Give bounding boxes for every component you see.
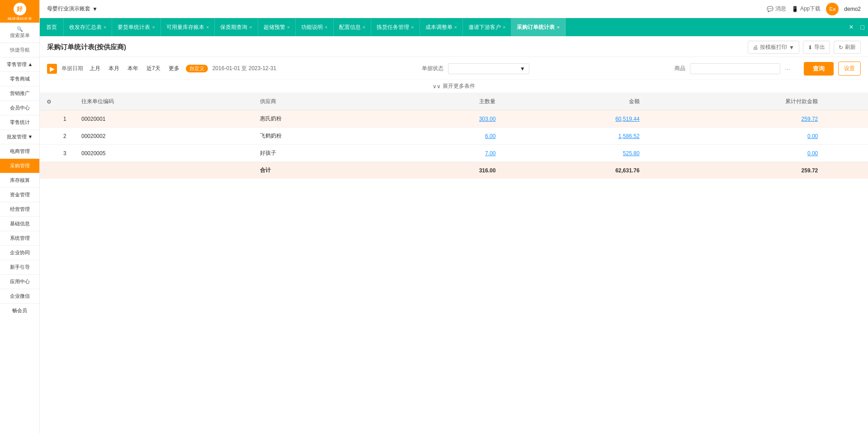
col-paid-header: 累计付款金额 xyxy=(645,93,824,110)
expand-filter-btn[interactable]: ∨∨ 展开更多条件 xyxy=(433,82,475,90)
row-amount[interactable]: 60,519.44 xyxy=(501,110,645,128)
table-row[interactable]: 2 00020002 飞鹤奶粉 6.00 1,586.52 0.00 xyxy=(40,128,868,145)
tab-expiry-query[interactable]: 保质期查询 × xyxy=(215,18,258,36)
tab-close-icon[interactable]: × xyxy=(363,24,365,30)
row-supplier: 好孩子 xyxy=(255,145,388,162)
goods-input[interactable] xyxy=(690,63,780,74)
this-month-btn[interactable]: 本月 xyxy=(107,64,121,73)
sidebar-item-marketing[interactable]: 营销推广 xyxy=(0,86,39,101)
sidebar-item-inventory-check[interactable]: 库存核算 xyxy=(0,173,39,188)
row-amount[interactable]: 1,586.52 xyxy=(501,128,645,145)
row-code[interactable]: 00020005 xyxy=(76,145,255,162)
row-supplier: 惠氏奶粉 xyxy=(255,110,388,128)
sidebar-item-retail-mgmt[interactable]: 零售管理 ▲ xyxy=(0,57,39,72)
row-amount[interactable]: 525.80 xyxy=(501,145,645,162)
this-year-btn[interactable]: 本年 xyxy=(126,64,140,73)
row-code[interactable]: 00020001 xyxy=(76,110,255,128)
tab-close-icon[interactable]: × xyxy=(152,24,155,30)
row-qty[interactable]: 6.00 xyxy=(388,128,501,145)
tab-close-icon[interactable]: × xyxy=(287,24,290,30)
more-dates-btn[interactable]: 更多 xyxy=(167,64,181,73)
tab-goods-stats[interactable]: 要货单统计表 × xyxy=(112,18,160,36)
store-selector[interactable]: 母婴行业演示账套 ▼ xyxy=(47,5,98,13)
refresh-btn[interactable]: ↻ 刷新 xyxy=(834,41,861,54)
user-name[interactable]: demo2 xyxy=(844,6,861,12)
tab-config-info[interactable]: 配置信息 × xyxy=(334,18,371,36)
tab-close-icon[interactable]: × xyxy=(454,24,457,30)
status-dropdown-icon: ▼ xyxy=(520,66,525,72)
tab-cost-adjust[interactable]: 成本调整单 × xyxy=(420,18,463,36)
print-btn[interactable]: 🖨 按模板打印 ▼ xyxy=(748,41,799,54)
app-logo: 好 畅捷通好生意 xyxy=(0,0,39,23)
sidebar-quick-nav[interactable]: 快捷导航 xyxy=(0,43,39,57)
messages-btn[interactable]: 💬 消息 xyxy=(767,5,786,13)
page-title-bar: 采购订单统计表(按供应商) 🖨 按模板打印 ▼ ⬇ 导出 ↻ 刷新 xyxy=(40,36,868,57)
sidebar-item-retail-shop[interactable]: 零售商城 xyxy=(0,72,39,86)
col-qty-header: 主数量 xyxy=(388,93,501,110)
expand-icon: ∨∨ xyxy=(433,83,441,90)
tab-invite-downstream[interactable]: 邀请下游客户 × xyxy=(463,18,511,36)
table-row[interactable]: 1 00020001 惠氏奶粉 303.00 60,519.44 259.72 xyxy=(40,110,868,128)
sidebar-search[interactable]: 🔍 搜索菜单 xyxy=(0,23,39,43)
settings-btn[interactable]: 设置 xyxy=(838,62,861,76)
sidebar-item-enterprise-collab[interactable]: 企业协同 xyxy=(0,246,39,260)
tab-avail-inventory[interactable]: 可用量库存账本 × xyxy=(161,18,215,36)
export-btn[interactable]: ⬇ 导出 xyxy=(803,41,830,54)
tab-close-icon[interactable]: × xyxy=(325,24,327,30)
table-container: ⚙ 往来单位编码 供应商 主数量 金额 累计付款金额 1 00020001 惠氏… xyxy=(40,93,868,433)
tab-purchase-stats[interactable]: 采购订单统计表 × xyxy=(511,18,565,36)
sidebar-item-wholesale-mgmt[interactable]: 批发管理 ▼ xyxy=(0,130,39,144)
tab-maximize[interactable]: □ xyxy=(857,24,868,31)
sidebar-item-ops-mgmt[interactable]: 经营管理 xyxy=(0,202,39,217)
row-paid[interactable]: 0.00 xyxy=(645,145,824,162)
col-supplier-header: 供应商 xyxy=(255,93,388,110)
user-avatar[interactable]: Ea xyxy=(826,3,839,15)
row-num: 2 xyxy=(58,128,76,145)
sidebar-item-member-center[interactable]: 会员中心 xyxy=(0,101,39,115)
row-paid[interactable]: 259.72 xyxy=(645,110,824,128)
sidebar-item-finance-mgmt[interactable]: 资金管理 xyxy=(0,188,39,202)
sidebar-item-system-mgmt[interactable]: 系统管理 xyxy=(0,231,39,246)
tab-close-icon[interactable]: × xyxy=(249,24,252,30)
app-logo-text: 畅捷通好生意 xyxy=(8,16,32,20)
tab-close-icon[interactable]: × xyxy=(503,24,505,30)
sidebar-item-purchase-mgmt[interactable]: 采购管理 xyxy=(0,159,39,173)
tab-over-stock[interactable]: 超储预警 × xyxy=(258,18,296,36)
sidebar-item-ecommerce-mgmt[interactable]: 电商管理 xyxy=(0,144,39,159)
sidebar-item-basic-info[interactable]: 基础信息 xyxy=(0,217,39,231)
app-download-btn[interactable]: 📱 App下载 xyxy=(792,5,821,13)
message-icon: 💬 xyxy=(767,6,774,12)
tab-close-icon[interactable]: × xyxy=(104,24,106,30)
tab-stow-task[interactable]: 拣货任务管理 × xyxy=(371,18,420,36)
col-settings-header[interactable]: ⚙ xyxy=(40,93,58,110)
tab-close-icon[interactable]: × xyxy=(206,24,209,30)
app-top-header: 母婴行业演示账套 ▼ 💬 消息 📱 App下载 Ea demo2 xyxy=(40,0,868,18)
sidebar-item-retail-stats[interactable]: 零售统计 xyxy=(0,115,39,130)
tab-func-desc[interactable]: 功能说明 × xyxy=(296,18,333,36)
row-num: 1 xyxy=(58,110,76,128)
sidebar-item-enterprise-wechat[interactable]: 企业微信 xyxy=(0,289,39,304)
query-btn[interactable]: 查询 xyxy=(804,62,834,76)
sidebar-item-member[interactable]: 畅会员 xyxy=(0,304,39,318)
tab-collect-send[interactable]: 收发存汇总表 × xyxy=(64,18,112,36)
sidebar-item-new-guide[interactable]: 新手引导 xyxy=(0,260,39,275)
tab-close-window[interactable]: × xyxy=(845,23,857,31)
filter-toggle-btn[interactable]: ▶ xyxy=(47,64,57,74)
custom-date-tag[interactable]: 自定义 xyxy=(186,65,208,72)
tab-close-icon[interactable]: × xyxy=(411,24,414,30)
tab-home[interactable]: 首页 xyxy=(40,18,64,36)
goods-more-btn[interactable]: ··· xyxy=(785,65,790,72)
footer-qty: 316.00 xyxy=(388,162,501,179)
row-qty[interactable]: 7.00 xyxy=(388,145,501,162)
table-row[interactable]: 3 00020005 好孩子 7.00 525.80 0.00 xyxy=(40,145,868,162)
gear-icon[interactable]: ⚙ xyxy=(47,99,52,105)
status-select[interactable]: ▼ xyxy=(448,63,529,74)
row-qty[interactable]: 303.00 xyxy=(388,110,501,128)
sidebar-item-app-center[interactable]: 应用中心 xyxy=(0,275,39,289)
last-month-btn[interactable]: 上月 xyxy=(88,64,102,73)
tab-close-icon[interactable]: × xyxy=(557,24,559,30)
row-code[interactable]: 00020002 xyxy=(76,128,255,145)
row-paid[interactable]: 0.00 xyxy=(645,128,824,145)
last7days-btn[interactable]: 近7天 xyxy=(145,64,162,73)
page-title: 采购订单统计表(按供应商) xyxy=(47,43,126,52)
